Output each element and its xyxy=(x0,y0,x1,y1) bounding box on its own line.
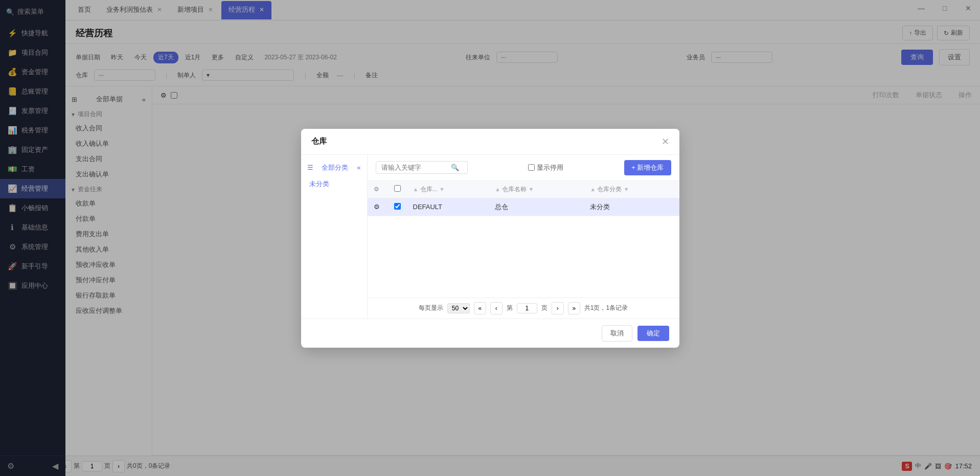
maximize-button[interactable]: □ xyxy=(933,0,956,16)
name-sort-up[interactable]: ▲ xyxy=(495,186,500,192)
all-categories-label: 全部分类 xyxy=(322,163,348,172)
modal-overlay: 仓库 ✕ ☰ 全部分类 « 未分类 xyxy=(0,0,980,476)
dialog-page-suffix: 页 xyxy=(541,304,548,312)
dialog-page-label: 第 xyxy=(507,304,513,312)
dialog-first-page[interactable]: « xyxy=(474,302,486,314)
confirm-button[interactable]: 确定 xyxy=(637,326,669,341)
dialog-collapse-icon[interactable]: « xyxy=(357,164,360,171)
row-settings-icon[interactable]: ⚙ xyxy=(368,198,388,216)
name-sort-down[interactable]: ▼ xyxy=(528,186,534,192)
row-name: 总仓 xyxy=(489,198,584,216)
dialog-search-icon: 🔍 xyxy=(451,164,459,171)
dialog-search-box[interactable]: 🔍 xyxy=(376,161,468,174)
dialog-right-panel: 🔍 显示停用 + 新增仓库 ⚙ xyxy=(368,155,679,319)
add-warehouse-button[interactable]: + 新增仓库 xyxy=(624,160,671,175)
settings-col-header: ⚙ xyxy=(368,181,388,198)
row-category: 未分类 xyxy=(584,198,679,216)
table-row[interactable]: ⚙ DEFAULT 总仓 未分类 xyxy=(368,198,679,216)
all-categories-icon: ☰ xyxy=(307,164,313,171)
code-sort-up[interactable]: ▲ xyxy=(413,186,419,192)
dialog-search-input[interactable] xyxy=(381,164,448,171)
dialog-table-header: ⚙ ▲ 仓库... ▼ ▲ xyxy=(368,181,679,198)
dialog-all-categories[interactable]: ☰ 全部分类 « xyxy=(301,160,367,175)
dialog-actions: 取消 确定 xyxy=(301,319,679,348)
minimize-button[interactable]: — xyxy=(909,0,933,16)
show-disabled-checkbox[interactable] xyxy=(528,164,535,171)
window-controls: — □ ✕ xyxy=(909,0,980,16)
cat-sort-down[interactable]: ▼ xyxy=(624,186,629,192)
name-col-header: ▲ 仓库名称 ▼ xyxy=(489,181,584,198)
dialog-body: ☰ 全部分类 « 未分类 🔍 显示停用 xyxy=(301,155,679,319)
dialog-title: 仓库 xyxy=(311,137,327,146)
dialog-per-page-select[interactable]: 50 xyxy=(447,303,470,313)
dialog-total-text: 共1页，1条记录 xyxy=(584,304,628,312)
row-checkbox[interactable] xyxy=(394,203,401,210)
dialog-last-page[interactable]: » xyxy=(568,302,580,314)
dialog-per-page-label: 每页显示 xyxy=(419,304,443,312)
warehouse-dialog: 仓库 ✕ ☰ 全部分类 « 未分类 xyxy=(301,129,679,348)
cancel-button[interactable]: 取消 xyxy=(602,325,632,342)
dialog-left-panel: ☰ 全部分类 « 未分类 xyxy=(301,155,368,319)
code-sort-down[interactable]: ▼ xyxy=(439,186,445,192)
category-col-header: ▲ 仓库分类 ▼ xyxy=(584,181,679,198)
select-col-header xyxy=(388,181,407,198)
dialog-select-all[interactable] xyxy=(394,185,401,192)
unclassified-label: 未分类 xyxy=(309,180,329,188)
dialog-table: ⚙ ▲ 仓库... ▼ ▲ xyxy=(368,181,679,298)
cat-sort-up[interactable]: ▲ xyxy=(590,186,596,192)
show-disabled-label: 显示停用 xyxy=(537,163,563,172)
close-button[interactable]: ✕ xyxy=(956,0,980,16)
row-code: DEFAULT xyxy=(407,198,489,216)
dialog-header: 仓库 ✕ xyxy=(301,129,679,155)
dialog-toolbar: 🔍 显示停用 + 新增仓库 xyxy=(368,155,679,181)
show-disabled-checkbox-group: 显示停用 xyxy=(528,163,563,172)
dialog-close-button[interactable]: ✕ xyxy=(662,136,669,147)
dialog-pagination: 每页显示 50 « ‹ 第 页 › » 共1页，1条记录 xyxy=(368,298,679,319)
dialog-prev-page[interactable]: ‹ xyxy=(490,302,503,314)
dialog-unclassified-item[interactable]: 未分类 xyxy=(301,175,367,193)
dialog-page-input[interactable] xyxy=(517,303,537,313)
dialog-next-page[interactable]: › xyxy=(552,302,564,314)
code-col-header: ▲ 仓库... ▼ xyxy=(407,181,489,198)
